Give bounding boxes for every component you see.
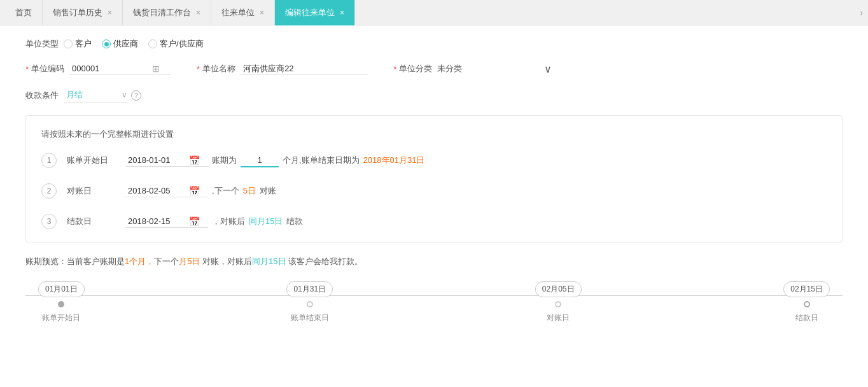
payment-suffix: 结款	[286, 216, 303, 227]
tab-counterparty[interactable]: 往来单位 ×	[211, 0, 275, 25]
radio-supplier-label: 供应商	[113, 38, 138, 50]
unit-code-input-wrapper: ⊞	[69, 62, 171, 75]
setting-row-2: 2 对账日 📅 ,下一个 5日 对账	[41, 183, 827, 199]
tl-point-3: 02月15日 结款日	[783, 281, 830, 323]
payment-term-value: 月结	[64, 88, 122, 102]
tab-sales-history[interactable]: 销售订单历史 ×	[43, 0, 123, 25]
unit-type-group: 单位类型 客户 供应商 客户/供应商	[25, 38, 204, 50]
radio-customer-supplier-label: 客户/供应商	[160, 38, 204, 50]
tl-sub-3: 结款日	[795, 313, 818, 323]
payment-term-select[interactable]: 月结 ∨	[64, 88, 127, 102]
tab-edit-counterparty-label: 编辑往来单位	[285, 7, 335, 18]
tab-cash-ledger-label: 钱货日清工作台	[133, 7, 191, 18]
tl-point-0: 01月01日 账单开始日	[38, 281, 85, 323]
unit-name-label: 单位名称	[202, 63, 235, 74]
unit-name-group: * 单位名称	[197, 62, 368, 75]
tl-sub-1: 账单结束日	[291, 313, 329, 323]
radio-supplier-circle	[102, 39, 111, 48]
reconcile-highlight: 5日	[243, 185, 256, 197]
start-date-cal-icon[interactable]: 📅	[189, 155, 200, 165]
tl-sub-2: 对账日	[547, 313, 570, 323]
tl-dot-3	[804, 301, 810, 307]
preview-prefix: 账期预览：当前客户账期是	[25, 257, 125, 266]
setting-label-3: 结款日	[67, 216, 118, 227]
reconcile-prefix: ,下一个	[212, 185, 239, 197]
preview-text: 账期预览：当前客户账期是1个月，下一个月5日 对账，对账后同月15日 该客户会给…	[25, 255, 843, 269]
tab-cash-ledger-close[interactable]: ×	[196, 9, 200, 17]
tl-point-1: 01月31日 账单结束日	[286, 281, 333, 323]
unit-type-row: 单位类型 客户 供应商 客户/供应商	[25, 38, 843, 50]
tl-badge-2: 02月05日	[535, 281, 582, 297]
preview-date-highlight: 月5日	[179, 257, 200, 266]
unit-classify-select[interactable]: 未分类 ∨	[437, 63, 552, 75]
tab-home-label: 首页	[15, 7, 32, 18]
unit-classify-group: * 单位分类 未分类 ∨	[393, 63, 552, 75]
radio-customer-supplier[interactable]: 客户/供应商	[148, 38, 204, 50]
preview-end-highlight: 同月15日	[252, 257, 286, 266]
tab-sales-history-close[interactable]: ×	[108, 9, 112, 17]
unit-type-label: 单位类型	[25, 38, 59, 50]
reconcile-date-cal-icon[interactable]: 📅	[189, 186, 200, 196]
payment-date-input[interactable]	[125, 215, 189, 227]
tab-edit-counterparty-close[interactable]: ×	[340, 9, 344, 17]
payment-term-group: 收款条件 月结 ∨ ?	[25, 88, 141, 102]
payment-term-label: 收款条件	[25, 90, 59, 101]
radio-supplier[interactable]: 供应商	[102, 38, 138, 50]
tab-cash-ledger[interactable]: 钱货日清工作台 ×	[123, 0, 211, 25]
classify-dropdown-icon[interactable]: ∨	[544, 63, 552, 75]
unit-code-star: *	[25, 64, 29, 74]
radio-customer[interactable]: 客户	[64, 38, 92, 50]
unit-classify-star: *	[393, 64, 396, 74]
page-content: 单位类型 客户 供应商 客户/供应商 * 单位编码	[0, 25, 868, 387]
copy-icon[interactable]: ⊞	[152, 64, 160, 74]
unit-code-label: 单位编码	[31, 63, 64, 74]
unit-name-input[interactable]	[241, 62, 368, 75]
unit-classify-label: 单位分类	[399, 63, 432, 74]
preview-period: 1个月，	[125, 257, 154, 266]
period-setting-card: 请按照未来的一个完整帐期进行设置 1 账单开始日 📅 账期为 个月,账单结束日期…	[25, 115, 843, 243]
payment-date-cal-icon[interactable]: 📅	[189, 216, 200, 227]
start-date-input[interactable]	[125, 154, 189, 166]
setting-label-2: 对账日	[67, 185, 118, 197]
tl-dot-1	[307, 301, 313, 307]
tl-dot-2	[555, 301, 561, 307]
preview-mid: 对账，对账后	[200, 257, 252, 266]
preview-suffix: 该客户会给我打款。	[286, 257, 363, 266]
setting-index-1: 1	[41, 153, 57, 168]
period-value-input[interactable]	[241, 154, 279, 167]
tabs-expand-arrow[interactable]: ›	[860, 8, 863, 18]
radio-customer-supplier-circle	[148, 39, 157, 48]
payment-prefix: ，对账后	[212, 216, 245, 227]
payment-date-input-group: 📅	[125, 215, 208, 228]
tabs-bar: 首页 销售订单历史 × 钱货日清工作台 × 往来单位 × 编辑往来单位 × ›	[0, 0, 868, 25]
period-end-date: 2018年01月31日	[363, 155, 425, 166]
tl-badge-3: 02月15日	[783, 281, 830, 297]
period-unit-label: 个月,账单结束日期为	[283, 155, 360, 166]
tl-sub-0: 账单开始日	[42, 313, 80, 323]
timeline-wrapper: 01月01日 账单开始日 01月31日 账单结束日 02月05日 对账日 02月…	[25, 281, 843, 342]
tab-edit-counterparty[interactable]: 编辑往来单位 ×	[275, 0, 355, 25]
reconcile-suffix: 对账	[260, 185, 276, 197]
unit-info-row: * 单位编码 ⊞ * 单位名称 * 单位分类 未分类 ∨	[25, 62, 843, 75]
setting-index-3: 3	[41, 214, 57, 229]
tab-counterparty-label: 往来单位	[221, 7, 255, 18]
tab-home[interactable]: 首页	[5, 0, 43, 25]
unit-name-star: *	[197, 64, 200, 74]
payment-term-row: 收款条件 月结 ∨ ?	[25, 88, 843, 102]
tl-badge-0: 01月01日	[38, 281, 85, 297]
tl-dot-0	[58, 301, 64, 307]
start-date-input-group: 📅	[125, 154, 208, 167]
setting-row-1: 1 账单开始日 📅 账期为 个月,账单结束日期为 2018年01月31日	[41, 153, 827, 168]
reconcile-date-input-group: 📅	[125, 185, 208, 197]
radio-customer-label: 客户	[75, 38, 92, 50]
tl-point-2: 02月05日 对账日	[535, 281, 582, 323]
setting-index-2: 2	[41, 183, 57, 199]
reconcile-date-input[interactable]	[125, 185, 189, 197]
unit-code-input[interactable]	[69, 62, 152, 74]
tab-counterparty-close[interactable]: ×	[260, 9, 264, 17]
radio-customer-circle	[64, 39, 73, 48]
radio-group: 客户 供应商 客户/供应商	[64, 38, 204, 50]
payment-term-arrow[interactable]: ∨	[122, 90, 127, 99]
payment-term-help-icon[interactable]: ?	[131, 90, 141, 101]
unit-code-group: * 单位编码 ⊞	[25, 62, 171, 75]
